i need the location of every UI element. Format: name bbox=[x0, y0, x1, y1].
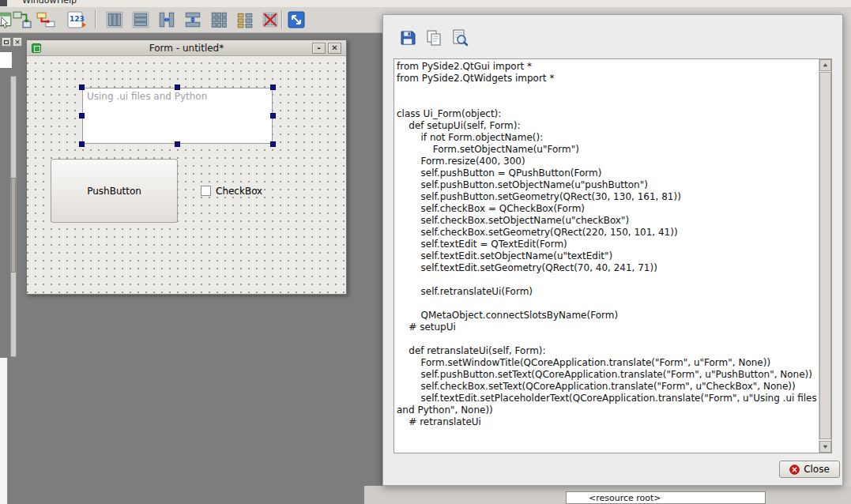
selection-handle-w[interactable] bbox=[79, 113, 85, 118]
code-line: class Ui_Form(object): bbox=[397, 108, 817, 120]
selection-handle-s[interactable] bbox=[175, 141, 180, 147]
code-line: self.textEdit = QTextEdit(Form) bbox=[397, 239, 817, 250]
textedit-placeholder: Using .ui files and Python bbox=[87, 91, 207, 102]
edit-signals-slots-icon[interactable] bbox=[13, 10, 32, 29]
code-line: self.textEdit.setGeometry(QRect(70, 40, … bbox=[397, 262, 817, 274]
save-icon[interactable] bbox=[398, 28, 417, 47]
code-line: self.retranslateUi(Form) bbox=[397, 286, 817, 298]
selection-handle-ne[interactable] bbox=[270, 85, 276, 90]
float-icon bbox=[4, 40, 9, 44]
scrollbar-thumb[interactable] bbox=[11, 178, 16, 273]
selection-handle-e[interactable] bbox=[270, 113, 276, 118]
code-line: self.pushButton.setObjectName(u"pushButt… bbox=[397, 179, 817, 191]
code-line: self.pushButton.setGeometry(QRect(30, 13… bbox=[397, 191, 817, 203]
scroll-down-button[interactable] bbox=[819, 441, 831, 453]
code-line: from PySide2.QtWidgets import * bbox=[397, 73, 817, 85]
code-line: def retranslateUi(self, Form): bbox=[397, 345, 817, 357]
dock-close-button[interactable]: × bbox=[13, 37, 22, 47]
minimize-button[interactable]: - bbox=[312, 43, 326, 54]
dock-float-button[interactable] bbox=[2, 37, 11, 47]
selection-handle-nw[interactable] bbox=[79, 85, 85, 90]
code-line: self.checkBox = QCheckBox(Form) bbox=[397, 203, 817, 215]
vertical-scrollbar[interactable] bbox=[819, 59, 831, 453]
adjust-size-icon[interactable] bbox=[287, 10, 306, 29]
code-line: Form.setObjectName(u"Form") bbox=[397, 144, 817, 156]
code-line: self.checkBox.setText(QCoreApplication.t… bbox=[397, 381, 817, 393]
arrow-up-icon bbox=[822, 62, 829, 69]
code-text: from PySide2.QtGui import *from PySide2.… bbox=[397, 61, 817, 451]
layout-form-icon[interactable] bbox=[235, 10, 254, 29]
selection-handle-sw[interactable] bbox=[79, 141, 85, 147]
widgetbox-scrollbar-fragment[interactable] bbox=[10, 76, 17, 357]
edit-tab-order-icon[interactable]: 123 bbox=[66, 10, 87, 29]
code-line: from PySide2.QtGui import * bbox=[397, 61, 817, 73]
checkbox-widget[interactable]: CheckBox bbox=[201, 175, 281, 207]
code-line bbox=[397, 96, 817, 108]
arrow-down-icon bbox=[822, 443, 829, 450]
layout-grid-icon[interactable] bbox=[209, 10, 228, 29]
layout-horizontal-icon[interactable] bbox=[105, 10, 124, 29]
code-line: # setupUi bbox=[397, 322, 817, 333]
code-line: self.checkBox.setObjectName(u"checkBox") bbox=[397, 215, 817, 227]
edit-widgets-icon[interactable] bbox=[0, 10, 13, 29]
code-line: Form.resize(400, 300) bbox=[397, 156, 817, 167]
selection-handle-n[interactable] bbox=[175, 85, 180, 90]
layout-vertical-icon[interactable] bbox=[131, 10, 150, 29]
code-line: self.textEdit.setPlaceholderText(QCoreAp… bbox=[397, 393, 817, 404]
code-line: # retranslateUi bbox=[397, 416, 817, 428]
code-line: self.checkBox.setGeometry(QRect(220, 150… bbox=[397, 227, 817, 239]
menu-help[interactable]: Help bbox=[57, 0, 77, 6]
break-layout-icon[interactable] bbox=[261, 10, 280, 29]
code-line: self.textEdit.setObjectName(u"textEdit") bbox=[397, 250, 817, 262]
selection-handle-se[interactable] bbox=[270, 141, 276, 147]
code-line bbox=[397, 333, 817, 345]
code-preview-dialog: from PySide2.QtGui import *from PySide2.… bbox=[382, 14, 843, 486]
desktop: Window Help 123 bbox=[0, 0, 851, 504]
scroll-up-button[interactable] bbox=[819, 59, 831, 71]
checkbox-label: CheckBox bbox=[216, 186, 262, 197]
code-line bbox=[397, 85, 817, 96]
layout-vertical-splitter-icon[interactable] bbox=[183, 10, 202, 29]
menu-window[interactable]: Window bbox=[22, 0, 56, 6]
code-line: self.pushButton = QPushButton(Form) bbox=[397, 167, 817, 179]
right-panel-fragment bbox=[843, 7, 851, 504]
scrollbar-thumb[interactable] bbox=[819, 72, 831, 439]
code-line: if not Form.objectName(): bbox=[397, 132, 817, 144]
close-button-label: Close bbox=[804, 464, 830, 475]
code-line: Form.setWindowTitle(QCoreApplication.tra… bbox=[397, 357, 817, 369]
resource-browser-fragment: <resource root> bbox=[566, 491, 766, 504]
edit-buddies-icon[interactable] bbox=[36, 10, 55, 29]
textedit-widget[interactable]: Using .ui files and Python bbox=[82, 88, 273, 144]
close-button[interactable]: ✕ bbox=[328, 43, 341, 54]
close-x-icon bbox=[789, 465, 800, 475]
form-designer-window: Form - untitled* - ✕ Using .ui files and… bbox=[26, 39, 347, 295]
form-window-titlebar[interactable]: Form - untitled* - ✕ bbox=[27, 40, 346, 56]
form-window-title: Form - untitled* bbox=[27, 43, 346, 54]
form-canvas[interactable]: Using .ui files and Python PushButton Ch… bbox=[27, 56, 346, 294]
toolbar-separator bbox=[281, 10, 283, 29]
toolbar-separator bbox=[95, 10, 96, 29]
app-icon bbox=[0, 0, 7, 6]
close-icon: × bbox=[14, 38, 21, 46]
layout-horizontal-splitter-icon[interactable] bbox=[157, 10, 176, 29]
svg-text:123: 123 bbox=[70, 15, 85, 23]
code-line: QMetaObject.connectSlotsByName(Form) bbox=[397, 310, 817, 322]
code-line: and Python", None)) bbox=[397, 404, 817, 416]
pushbutton-widget[interactable]: PushButton bbox=[51, 159, 178, 223]
code-view[interactable]: from PySide2.QtGui import *from PySide2.… bbox=[393, 58, 832, 453]
dialog-close-button[interactable]: Close bbox=[779, 461, 840, 478]
menu-bar: Window Help bbox=[0, 0, 851, 7]
left-panel-fragment bbox=[0, 358, 8, 504]
code-line: self.pushButton.setText(QCoreApplication… bbox=[397, 369, 817, 381]
code-line bbox=[397, 298, 817, 310]
widgetbox-filter-fragment[interactable] bbox=[0, 51, 13, 69]
copy-icon[interactable] bbox=[424, 28, 443, 47]
code-line: def setupUi(self, Form): bbox=[397, 120, 817, 132]
resource-root-item[interactable]: <resource root> bbox=[589, 493, 661, 503]
find-icon[interactable] bbox=[450, 28, 469, 47]
checkbox-indicator[interactable] bbox=[201, 186, 211, 196]
code-line bbox=[397, 274, 817, 286]
